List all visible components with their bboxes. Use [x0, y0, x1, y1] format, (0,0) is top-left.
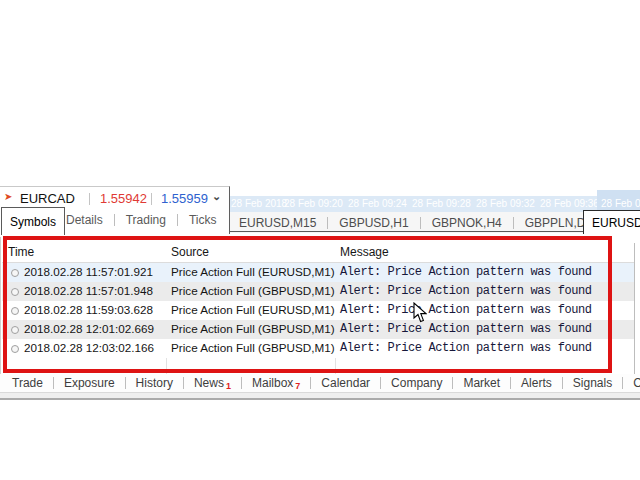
chart-tab-eurusd-active[interactable]: EURUSD,M — [583, 210, 640, 234]
tab-divider — [53, 377, 54, 389]
alert-bullet-icon — [11, 345, 19, 353]
table-row[interactable]: 2018.02.28 11:57:01.948 Price Action Ful… — [2, 282, 634, 301]
tab-divider — [380, 377, 381, 389]
tab-details[interactable]: Details — [66, 213, 103, 227]
cell-time: 2018.02.28 11:57:01.921 — [24, 265, 153, 278]
ask-price: 1.55959 — [156, 191, 208, 206]
mt5-window: 28 Feb 2018 28 Feb 09:20 28 Feb 09:24 28… — [0, 0, 640, 480]
tab-divider — [183, 377, 184, 389]
tab-label: Company — [391, 376, 442, 390]
tab-market[interactable]: Market — [463, 376, 500, 390]
chart-tab-bar: EURUSD,M15 GBPUSD,H1 GBPNOK,H4 GBPPLN,Da… — [229, 212, 640, 233]
chart-tab-gbpusd-h1[interactable]: GBPUSD,H1 — [339, 216, 408, 230]
mailbox-count-badge: 7 — [295, 381, 300, 391]
tab-label: Alerts — [521, 376, 552, 390]
table-row[interactable]: 2018.02.28 12:03:02.166 Price Action Ful… — [2, 339, 634, 358]
status-strip — [0, 392, 640, 400]
axis-tick-label: 28 Feb 09:32 — [476, 198, 535, 209]
cell-source: Price Action Full (GBPUSD,M1) — [171, 341, 335, 354]
bid-price: 1.55942 — [95, 191, 147, 206]
cell-source: Price Action Full (GBPUSD,M1) — [171, 322, 335, 335]
tab-label: Trade — [12, 376, 43, 390]
news-count-badge: 1 — [226, 381, 231, 391]
alert-bullet-icon — [11, 269, 19, 277]
tab-alerts[interactable]: Alerts — [521, 376, 552, 390]
tab-signals[interactable]: Signals — [573, 376, 612, 390]
tab-codebase[interactable]: Cod — [633, 376, 640, 390]
quote-divider — [151, 193, 152, 205]
cell-source: Price Action Full (EURUSD,M1) — [171, 303, 335, 316]
tab-label: History — [136, 376, 173, 390]
column-header-message[interactable]: Message — [340, 245, 389, 259]
tab-label: Mailbox — [252, 376, 293, 390]
tab-news[interactable]: News1 — [194, 376, 231, 390]
cell-time: 2018.02.28 12:03:02.166 — [24, 341, 154, 354]
cell-message: Alert: Price Action pattern was found — [340, 341, 592, 355]
tab-divider — [622, 377, 623, 389]
cell-time: 2018.02.28 11:57:01.948 — [24, 284, 153, 297]
tab-label: Calendar — [321, 376, 370, 390]
cell-time: 2018.02.28 12:01:02.669 — [24, 322, 154, 335]
symbol-arrow-icon: ➤ — [4, 192, 12, 202]
tab-divider — [562, 377, 563, 389]
chart-tab-eurusd-m15[interactable]: EURUSD,M15 — [239, 216, 316, 230]
tab-symbols-label: Symbols — [10, 215, 56, 229]
tab-symbols[interactable]: Symbols — [1, 207, 65, 235]
tab-trading[interactable]: Trading — [126, 213, 166, 227]
tab-divider — [452, 377, 453, 389]
tab-divider — [241, 377, 242, 389]
alert-bullet-icon — [11, 288, 19, 296]
tab-divider — [420, 217, 421, 229]
column-header-time[interactable]: Time — [8, 245, 34, 259]
table-row[interactable]: 2018.02.28 11:59:03.628 Price Action Ful… — [2, 301, 634, 320]
tab-label: Exposure — [64, 376, 115, 390]
quote-row[interactable]: ➤ EURCAD 1.55942 1.55959 ⌄ — [0, 189, 229, 208]
tab-divider — [125, 377, 126, 389]
alert-bullet-icon — [11, 326, 19, 334]
axis-tick-label: 28 Feb 0 — [601, 198, 640, 209]
cell-source: Price Action Full (GBPUSD,M1) — [171, 284, 335, 297]
axis-tick-label: 28 Feb 09:20 — [284, 198, 343, 209]
quote-divider — [89, 193, 90, 205]
toolbox-tab-bar: Trade Exposure History News1 Mailbox7 Ca… — [0, 374, 640, 392]
tab-label: Cod — [633, 376, 640, 390]
column-header-source[interactable]: Source — [171, 245, 209, 259]
axis-tick-label: 28 Feb 2018 — [231, 198, 287, 209]
tab-divider — [510, 377, 511, 389]
alert-bullet-icon — [11, 307, 19, 315]
chart-time-axis: 28 Feb 2018 28 Feb 09:20 28 Feb 09:24 28… — [229, 196, 640, 212]
axis-tick-label: 28 Feb 09:24 — [348, 198, 407, 209]
tab-label: Market — [463, 376, 500, 390]
tab-history[interactable]: History — [136, 376, 173, 390]
tab-exposure[interactable]: Exposure — [64, 376, 115, 390]
tab-divider — [114, 214, 115, 226]
table-header-row: Time Source Message — [2, 243, 634, 263]
tab-company[interactable]: Company — [391, 376, 442, 390]
axis-tick-label: 28 Feb 09:28 — [412, 198, 471, 209]
tab-divider — [327, 217, 328, 229]
tab-label: News — [194, 376, 224, 390]
tab-divider — [513, 217, 514, 229]
cell-source: Price Action Full (EURUSD,M1) — [171, 265, 335, 278]
cell-message: Alert: Price Action pattern was found — [340, 265, 592, 279]
alerts-table: Time Source Message 2018.02.28 11:57:01.… — [2, 243, 635, 374]
table-row[interactable]: 2018.02.28 11:57:01.921 Price Action Ful… — [2, 263, 634, 282]
tab-divider — [310, 377, 311, 389]
tab-trade[interactable]: Trade — [12, 376, 43, 390]
cell-message: Alert: Price Action pattern was found — [340, 322, 592, 336]
tab-divider — [177, 214, 178, 226]
tab-ticks[interactable]: Ticks — [189, 213, 217, 227]
tab-mailbox[interactable]: Mailbox7 — [252, 376, 300, 390]
cell-message: Alert: Price Action pattern was found — [340, 284, 592, 298]
tab-calendar[interactable]: Calendar — [321, 376, 370, 390]
chart-tab-gbpnok-h4[interactable]: GBPNOK,H4 — [432, 216, 502, 230]
chart-tab-label: EURUSD,M — [592, 216, 640, 230]
window-left-border — [0, 237, 1, 397]
cell-time: 2018.02.28 11:59:03.628 — [24, 303, 153, 316]
cell-message: Alert: Price Action pattern was found — [340, 303, 592, 317]
tab-label: Signals — [573, 376, 612, 390]
axis-tick-label: 28 Feb 09:36 — [540, 198, 599, 209]
table-row[interactable]: 2018.02.28 12:01:02.669 Price Action Ful… — [2, 320, 634, 339]
chevron-down-icon[interactable]: ⌄ — [212, 190, 221, 203]
symbol-watch-popup: ➤ EURCAD 1.55942 1.55959 ⌄ Symbols Detai… — [0, 186, 230, 234]
